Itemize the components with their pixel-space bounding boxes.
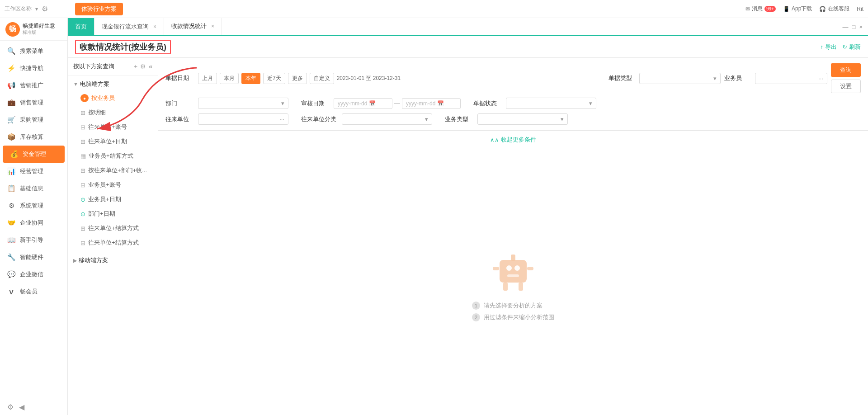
header-dropdown-icon[interactable]: ▾	[35, 6, 38, 12]
doc-status-select[interactable]: ▾	[506, 98, 596, 109]
panel-header: 按以下方案查询 + ⚙ «	[68, 58, 158, 75]
tip-item-2: 2 用过滤条件来缩小分析范围	[472, 313, 554, 321]
refresh-button[interactable]: ↻ 刷新	[842, 43, 861, 51]
workspace-name: 工作区名称	[5, 5, 32, 13]
trial-btn-container: 体验行业方案	[75, 3, 123, 15]
scheme-item-detail[interactable]: ⊞ 按明细	[68, 105, 158, 120]
tab-maximize-icon[interactable]: □	[852, 24, 856, 30]
scheme-settings-icon[interactable]: ⚙	[140, 63, 146, 70]
message-area[interactable]: ✉ 消息 99+	[745, 5, 776, 13]
online-service[interactable]: 🎧 在线客服	[819, 5, 849, 13]
tab-receipt[interactable]: 收款情况统计 ×	[164, 18, 222, 35]
tab-close-all-icon[interactable]: ×	[859, 24, 863, 30]
tab-minimize-icon[interactable]: —	[843, 24, 849, 30]
scheme-item-partner-dept[interactable]: ⊟ 按往来单位+部门+收...	[68, 163, 158, 178]
scheme-item-salesperson-account[interactable]: ⊟ 业务员+账号	[68, 178, 158, 192]
date-7days[interactable]: 近7天	[263, 73, 285, 84]
finance-icon: 💰	[10, 150, 18, 158]
add-scheme-icon[interactable]: +	[134, 63, 137, 70]
sidebar-item-operations[interactable]: 📊 经营管理	[0, 163, 67, 180]
marketing-icon: 📢	[7, 81, 15, 90]
doctype-label: 单据类型	[609, 74, 636, 82]
sidebar-item-inventory[interactable]: 📦 库存核算	[0, 128, 67, 146]
tip-text-1: 请先选择要分析的方案	[484, 302, 542, 310]
sidebar-item-sales[interactable]: 💼 销售管理	[0, 94, 67, 111]
sidebar-label-marketing: 营销推广	[20, 81, 43, 90]
desktop-group-header[interactable]: ▼ 电脑端方案	[68, 77, 158, 91]
collapse-panel-icon[interactable]: «	[149, 63, 152, 70]
date-more[interactable]: 更多	[288, 73, 307, 84]
calendar-end-icon[interactable]: 📅	[437, 100, 444, 107]
hardware-icon: 🔧	[7, 253, 15, 261]
salesperson-input[interactable]: ···	[755, 73, 827, 84]
bottom-collapse-icon[interactable]: ◀	[19, 403, 24, 411]
basic-icon: 📋	[7, 184, 15, 193]
partner-input[interactable]: ···	[198, 113, 288, 125]
date-this-month[interactable]: 本月	[220, 73, 239, 84]
review-date-end[interactable]: yyyy-mm-dd 📅	[402, 98, 461, 109]
doctype-select[interactable]: ▾	[639, 73, 721, 84]
tab-bank-label: 现金银行流水查询	[102, 23, 149, 31]
tab-home[interactable]: 首页	[68, 18, 94, 35]
sidebar-item-quicknav[interactable]: ⚡ 快捷导航	[0, 60, 67, 77]
date-last-month[interactable]: 上月	[198, 73, 217, 84]
tab-receipt-close[interactable]: ×	[211, 23, 214, 29]
scheme-item-salesperson-settlement[interactable]: ▦ 业务员+结算方式	[68, 149, 158, 163]
sidebar-item-purchase[interactable]: 🛒 采购管理	[0, 111, 67, 128]
settings-button[interactable]: 设置	[831, 80, 861, 93]
dept-select[interactable]: ▾	[198, 98, 288, 109]
partner-label: 往来单位	[165, 115, 193, 123]
sidebar-label-basic: 基础信息	[20, 184, 43, 193]
page-header-right: ↑ 导出 ↻ 刷新	[821, 43, 861, 51]
trial-button[interactable]: 体验行业方案	[75, 3, 123, 15]
date-range-text: 2023-01-01 至 2023-12-31	[337, 75, 401, 82]
sidebar-item-hardware[interactable]: 🔧 智能硬件	[0, 249, 67, 266]
biz-type-select[interactable]: ▾	[477, 113, 568, 125]
bottom-settings-icon[interactable]: ⚙	[7, 403, 14, 411]
scheme-item-partner-account[interactable]: ⊟ 往来单位+账号	[68, 120, 158, 134]
scheme-item-salesperson-date[interactable]: ⊙ 业务员+日期	[68, 192, 158, 207]
salesperson-ellipsis[interactable]: ···	[818, 75, 823, 82]
scheme-item-salesperson[interactable]: ● 按业务员	[68, 91, 158, 105]
active-scheme-dot: ●	[80, 94, 89, 102]
date-this-year[interactable]: 本年	[241, 73, 260, 84]
sidebar-item-finance[interactable]: 💰 资金管理	[3, 146, 65, 163]
svg-rect-0	[500, 260, 527, 283]
svg-rect-8	[519, 283, 523, 291]
sidebar-item-search[interactable]: 🔍 搜索菜单	[0, 42, 67, 60]
tip-text-2: 用过滤条件来缩小分析范围	[484, 313, 554, 321]
scheme-item-partner-settlement2[interactable]: ⊟ 往来单位+结算方式	[68, 236, 158, 250]
user-avatar[interactable]: Rit	[857, 6, 863, 12]
date-custom[interactable]: 自定义	[310, 73, 334, 84]
tab-bank[interactable]: 现金银行流水查询 ×	[94, 18, 164, 35]
partner-date-icon: ⊟	[80, 138, 85, 145]
tab-bank-close[interactable]: ×	[153, 24, 156, 30]
biz-type-arrow-icon: ▾	[561, 116, 564, 123]
collapse-more-bar[interactable]: ∧∧ 收起更多条件	[158, 131, 868, 148]
partner-category-select[interactable]: ▾	[342, 113, 432, 125]
mobile-group-header[interactable]: ▶ 移动端方案	[68, 254, 158, 267]
dept-arrow-icon: ▾	[281, 100, 284, 107]
partner-ellipsis[interactable]: ···	[279, 116, 284, 123]
sidebar-item-basic[interactable]: 📋 基础信息	[0, 180, 67, 197]
sidebar-label-finance: 资金管理	[23, 150, 46, 158]
sidebar-item-marketing[interactable]: 📢 营销推广	[0, 77, 67, 94]
query-button[interactable]: 查询	[831, 63, 861, 77]
sidebar-item-system[interactable]: ⚙ 系统管理	[0, 197, 67, 214]
content-body: 按以下方案查询 + ⚙ « ▼ 电脑端方案 ● 按业务员	[68, 58, 868, 415]
gear-icon[interactable]: ⚙	[42, 5, 48, 13]
scheme-item-partner-settlement1[interactable]: ⊞ 往来单位+结算方式	[68, 221, 158, 236]
calendar-start-icon[interactable]: 📅	[369, 100, 376, 107]
sidebar-item-wechat[interactable]: 💬 企业微信	[0, 266, 67, 283]
tip-num-1: 1	[472, 302, 480, 310]
sidebar-item-collab[interactable]: 🤝 企业协同	[0, 214, 67, 231]
scheme-item-dept-date[interactable]: ⊙ 部门+日期	[68, 207, 158, 221]
review-date-start[interactable]: yyyy-mm-dd 📅	[334, 98, 392, 109]
sidebar-item-member[interactable]: V 畅会员	[0, 283, 67, 300]
guide-icon: 📖	[7, 236, 15, 244]
export-button[interactable]: ↑ 导出	[821, 43, 837, 51]
scheme-item-partner-date[interactable]: ⊟ 往来单位+日期	[68, 134, 158, 149]
message-label: 消息	[752, 5, 763, 13]
app-download[interactable]: 📱 App下载	[783, 5, 812, 13]
sidebar-item-guide[interactable]: 📖 新手引导	[0, 231, 67, 249]
